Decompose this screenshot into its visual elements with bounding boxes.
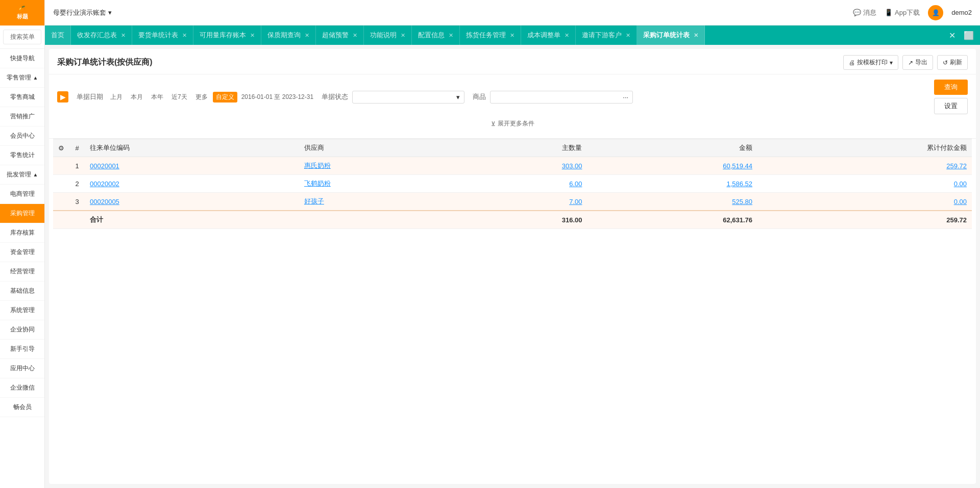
sidebar-item-label: 营销推广 bbox=[10, 112, 35, 121]
row-gear[interactable] bbox=[53, 157, 69, 175]
sidebar-item-retail[interactable]: 零售管理 ▲ bbox=[0, 68, 44, 88]
tab-close-icon[interactable]: ✕ bbox=[182, 32, 187, 39]
tab-bar-actions: ✕ ⬜ bbox=[943, 30, 980, 41]
tab-close-icon[interactable]: ✕ bbox=[121, 32, 126, 39]
sidebar-item-purchase[interactable]: 采购管理 bbox=[0, 204, 44, 223]
sidebar-item-finance[interactable]: 资金管理 bbox=[0, 243, 44, 262]
tab-shoufahuizong[interactable]: 收发存汇总表 ✕ bbox=[71, 25, 132, 45]
tab-label: 成本调整单 bbox=[527, 31, 560, 40]
date-shortcuts: 上月 本月 本年 近7天 更多 自定义 bbox=[107, 92, 237, 102]
sidebar-item-quick-nav[interactable]: 快捷导航 bbox=[0, 49, 44, 68]
user-avatar[interactable]: 👤 bbox=[928, 5, 943, 20]
export-button[interactable]: ↗ 导出 bbox=[902, 55, 933, 70]
sidebar-item-enterprise[interactable]: 企业协同 bbox=[0, 320, 44, 340]
product-select[interactable]: ··· bbox=[490, 91, 633, 104]
row-gear[interactable] bbox=[53, 193, 69, 211]
tab-close-icon[interactable]: ✕ bbox=[401, 32, 405, 39]
row-unit-code[interactable]: 00020001 bbox=[85, 157, 299, 175]
close-tab-action[interactable]: ✕ bbox=[947, 30, 958, 41]
sidebar-item-member[interactable]: 会员中心 bbox=[0, 126, 44, 146]
tab-yaohuodantongjibiao[interactable]: 要货单统计表 ✕ bbox=[132, 25, 193, 45]
row-supplier[interactable]: 好孩子 bbox=[299, 193, 457, 211]
column-header-gear[interactable]: ⚙ bbox=[53, 139, 69, 157]
shortcut-more[interactable]: 更多 bbox=[192, 92, 211, 102]
row-num: 2 bbox=[69, 175, 85, 193]
tab-chaochuyujing[interactable]: 超储预警 ✕ bbox=[316, 25, 364, 45]
sidebar-item-inventory[interactable]: 库存核算 bbox=[0, 223, 44, 243]
row-paid[interactable]: 0.00 bbox=[757, 193, 972, 211]
tab-close-icon[interactable]: ✕ bbox=[449, 32, 453, 39]
refresh-button[interactable]: ↺ 刷新 bbox=[937, 55, 968, 70]
expand-filter-button[interactable]: ⊻ 展开更多条件 bbox=[491, 116, 534, 129]
tab-chengben[interactable]: 成本调整单 ✕ bbox=[521, 25, 576, 45]
tab-peizhi[interactable]: 配置信息 ✕ bbox=[412, 25, 460, 45]
table-row: 3 00020005 好孩子 7.00 525.80 0.00 bbox=[53, 193, 972, 211]
message-button[interactable]: 💬 消息 bbox=[853, 8, 876, 17]
query-button[interactable]: 查询 bbox=[934, 80, 968, 95]
sidebar-item-ecommerce[interactable]: 电商管理 bbox=[0, 185, 44, 204]
sidebar-item-system[interactable]: 系统管理 bbox=[0, 301, 44, 320]
tab-close-icon[interactable]: ✕ bbox=[250, 32, 255, 39]
sidebar-item-wechat[interactable]: 企业微信 bbox=[0, 378, 44, 398]
sidebar-item-operations[interactable]: 经营管理 bbox=[0, 262, 44, 281]
page-header-actions: 🖨 按模板打印 ▾ ↗ 导出 ↺ 刷新 bbox=[843, 55, 968, 70]
sidebar-item-newguide[interactable]: 新手引导 bbox=[0, 340, 44, 359]
tab-close-icon[interactable]: ✕ bbox=[353, 32, 357, 39]
row-quantity[interactable]: 303.00 bbox=[456, 157, 587, 175]
row-supplier[interactable]: 飞鹤奶粉 bbox=[299, 175, 457, 193]
footer-quantity: 316.00 bbox=[456, 211, 587, 229]
tab-keyongliang[interactable]: 可用量库存账本 ✕ bbox=[193, 25, 261, 45]
settings-button[interactable]: 设置 bbox=[934, 98, 968, 114]
filter-toggle-button[interactable]: ▶ bbox=[57, 91, 68, 102]
user-name[interactable]: demo2 bbox=[951, 9, 972, 16]
sidebar-item-appcenter[interactable]: 应用中心 bbox=[0, 359, 44, 378]
tab-panhuo[interactable]: 拣货任务管理 ✕ bbox=[460, 25, 521, 45]
tab-baozhi[interactable]: 保质期查询 ✕ bbox=[261, 25, 316, 45]
sidebar-item-basic[interactable]: 基础信息 bbox=[0, 281, 44, 301]
row-unit-code[interactable]: 00020005 bbox=[85, 193, 299, 211]
row-paid[interactable]: 0.00 bbox=[757, 175, 972, 193]
tab-close-icon[interactable]: ✕ bbox=[694, 32, 698, 39]
tab-gongneng[interactable]: 功能说明 ✕ bbox=[364, 25, 412, 45]
shortcut-last-month[interactable]: 上月 bbox=[107, 92, 126, 102]
tab-caigoutongji[interactable]: 采购订单统计表 ✕ bbox=[637, 25, 705, 45]
row-unit-code[interactable]: 00020002 bbox=[85, 175, 299, 193]
sidebar-item-label: 电商管理 bbox=[10, 190, 35, 198]
date-filter-label: 单据日期 bbox=[77, 92, 103, 101]
print-button[interactable]: 🖨 按模板打印 ▾ bbox=[843, 55, 898, 70]
content-area: 采购订单统计表(按供应商) 🖨 按模板打印 ▾ ↗ 导出 ↺ 刷新 bbox=[45, 45, 980, 488]
status-select[interactable]: ▾ bbox=[352, 91, 464, 104]
tab-yaoqing[interactable]: 邀请下游客户 ✕ bbox=[576, 25, 637, 45]
table-footer-row: 合计 316.00 62,631.76 259.72 bbox=[53, 211, 972, 229]
sidebar-item-retail-stat[interactable]: 零售统计 bbox=[0, 146, 44, 165]
shortcut-this-year[interactable]: 本年 bbox=[148, 92, 166, 102]
footer-paid: 259.72 bbox=[757, 211, 972, 229]
shortcut-7days[interactable]: 近7天 bbox=[168, 92, 190, 102]
row-quantity[interactable]: 6.00 bbox=[456, 175, 587, 193]
filter-actions: 查询 设置 bbox=[934, 80, 968, 114]
workspace-selector[interactable]: 母婴行业演示账套 ▾ bbox=[53, 8, 112, 17]
row-gear[interactable] bbox=[53, 175, 69, 193]
app-logo[interactable]: 🍊 标题 bbox=[0, 0, 44, 25]
tab-close-icon[interactable]: ✕ bbox=[565, 32, 569, 39]
shortcut-custom[interactable]: 自定义 bbox=[213, 92, 237, 102]
sidebar-item-retail-mall[interactable]: 零售商城 bbox=[0, 88, 44, 107]
search-menu-button[interactable]: 搜索英单 bbox=[3, 30, 41, 44]
row-paid[interactable]: 259.72 bbox=[757, 157, 972, 175]
tab-close-icon[interactable]: ✕ bbox=[305, 32, 309, 39]
shortcut-this-month[interactable]: 本月 bbox=[128, 92, 146, 102]
sidebar-item-vip[interactable]: 畅会员 bbox=[0, 398, 44, 417]
row-amount[interactable]: 60,519.44 bbox=[587, 157, 757, 175]
expand-icon: ⊻ bbox=[491, 120, 496, 127]
row-quantity[interactable]: 7.00 bbox=[456, 193, 587, 211]
maximize-tab-action[interactable]: ⬜ bbox=[962, 30, 976, 41]
row-amount[interactable]: 525.80 bbox=[587, 193, 757, 211]
row-supplier[interactable]: 惠氏奶粉 bbox=[299, 157, 457, 175]
app-download-button[interactable]: 📱 App下载 bbox=[885, 8, 920, 17]
tab-close-icon[interactable]: ✕ bbox=[626, 32, 630, 39]
tab-home[interactable]: 首页 bbox=[45, 25, 71, 45]
sidebar-item-marketing[interactable]: 营销推广 bbox=[0, 107, 44, 126]
sidebar-item-wholesale[interactable]: 批发管理 ▲ bbox=[0, 165, 44, 185]
row-amount[interactable]: 1,586.52 bbox=[587, 175, 757, 193]
tab-close-icon[interactable]: ✕ bbox=[510, 32, 514, 39]
